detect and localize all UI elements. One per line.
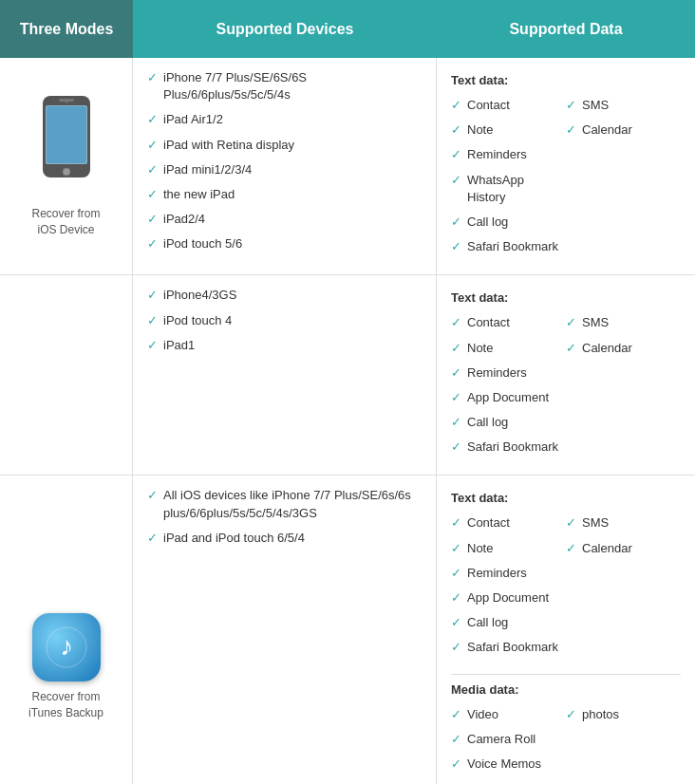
text-data-columns: ✓Contact ✓Note ✓Reminders ✓WhatsApp Hist… <box>451 97 681 263</box>
list-item: ✓Calendar <box>566 340 681 357</box>
header: Three Modes Supported Devices Supported … <box>0 0 695 58</box>
header-supported-devices: Supported Devices <box>133 0 437 58</box>
check-icon: ✓ <box>451 780 461 784</box>
list-item: ✓Contact <box>451 314 566 331</box>
list-item: ✓Call log <box>451 414 566 431</box>
check-icon: ✓ <box>451 121 461 139</box>
check-icon: ✓ <box>566 540 576 557</box>
itunes-media-data-title: Media data: <box>451 682 681 697</box>
itunes-media-col2: ✓photos <box>566 706 681 784</box>
list-item: ✓ iPhone4/3GS <box>147 287 422 304</box>
itunes-text-col2: ✓SMS ✓Calendar <box>566 514 681 663</box>
mode-empty <box>0 275 133 475</box>
svg-rect-2 <box>47 106 86 163</box>
svg-point-3 <box>63 168 70 176</box>
list-item: ✓ iPad and iPod touch 6/5/4 <box>147 530 422 547</box>
list-item: ✓Calendar <box>566 121 681 139</box>
devices-older: ✓ iPhone4/3GS ✓ iPod touch 4 ✓ iPad1 <box>133 275 437 475</box>
list-item: ✓ iPhone 7/7 Plus/SE/6S/6S Plus/6/6plus/… <box>147 69 422 103</box>
list-item: ✓ iPad1 <box>147 337 422 354</box>
check-icon: ✓ <box>147 111 158 128</box>
list-item: ✓Voice Memos <box>451 756 566 773</box>
text-data-col1-2: ✓Contact ✓Note ✓Reminders ✓App Document … <box>451 314 566 463</box>
check-icon: ✓ <box>451 731 461 748</box>
list-item: ✓Reminders <box>451 364 566 382</box>
check-icon: ✓ <box>566 340 576 357</box>
check-icon: ✓ <box>147 235 158 252</box>
check-icon: ✓ <box>147 337 158 354</box>
list-item: ✓App Document <box>451 589 566 607</box>
list-item: ✓App Document <box>451 389 566 406</box>
mode-itunes-label: Recover fromiTunes Backup <box>28 689 103 721</box>
mode-itunes: ♪ Recover fromiTunes Backup <box>0 476 133 784</box>
list-item: ✓SMS <box>566 514 681 532</box>
row-ios-device: Recover fromiOS Device ✓ iPhone 7/7 Plus… <box>0 58 695 275</box>
list-item: ✓ iPod touch 4 <box>147 312 422 329</box>
list-item: ✓Note <box>451 121 566 139</box>
devices-ios: ✓ iPhone 7/7 Plus/SE/6S/6S Plus/6/6plus/… <box>133 58 437 274</box>
text-data-title: Text data: <box>451 73 681 87</box>
itunes-music-note: ♪ <box>46 626 87 668</box>
text-data-columns-2: ✓Contact ✓Note ✓Reminders ✓App Document … <box>451 314 681 463</box>
check-icon: ✓ <box>147 137 158 154</box>
list-item: ✓ iPad with Retina display <box>147 137 422 154</box>
text-data-col2: ✓SMS ✓Calendar <box>566 97 681 263</box>
check-icon: ✓ <box>147 487 158 504</box>
section-divider <box>451 674 681 675</box>
check-icon: ✓ <box>451 389 461 406</box>
check-icon: ✓ <box>451 214 461 231</box>
check-icon: ✓ <box>451 238 461 255</box>
check-icon: ✓ <box>451 439 461 456</box>
list-item: ✓Contact <box>451 514 566 532</box>
check-icon: ✓ <box>451 340 461 357</box>
list-item: ✓Call log <box>451 614 566 631</box>
check-icon: ✓ <box>451 614 461 631</box>
check-icon: ✓ <box>451 514 461 532</box>
check-icon: ✓ <box>147 69 158 86</box>
check-icon: ✓ <box>566 97 576 114</box>
text-data-col1: ✓Contact ✓Note ✓Reminders ✓WhatsApp Hist… <box>451 97 566 263</box>
list-item: ✓Contact <box>451 97 566 114</box>
header-three-modes: Three Modes <box>0 0 133 58</box>
list-item: ✓Camera Roll <box>451 731 566 748</box>
check-icon: ✓ <box>451 146 461 163</box>
itunes-icon: ♪ <box>32 613 101 681</box>
itunes-text-col1: ✓Contact ✓Note ✓Reminders ✓App Document … <box>451 514 566 663</box>
list-item: ✓Note <box>451 540 566 557</box>
check-icon: ✓ <box>451 756 461 773</box>
list-item: ✓Calendar <box>566 540 681 557</box>
check-icon: ✓ <box>451 589 461 607</box>
check-icon: ✓ <box>147 530 158 547</box>
check-icon: ✓ <box>451 706 461 723</box>
data-ios: Text data: ✓Contact ✓Note ✓Reminders ✓Wh… <box>437 58 695 274</box>
check-icon: ✓ <box>451 364 461 382</box>
list-item: ✓Safari Bookmark <box>451 238 566 255</box>
list-item: ✓Reminders <box>451 146 566 163</box>
check-icon: ✓ <box>451 414 461 431</box>
text-data-title-2: Text data: <box>451 290 681 305</box>
list-item: ✓ iPod touch 5/6 <box>147 235 422 252</box>
check-icon: ✓ <box>147 211 158 228</box>
row-itunes: ♪ Recover fromiTunes Backup ✓ All iOS de… <box>0 476 695 784</box>
list-item: ✓Video <box>451 706 566 723</box>
check-icon: ✓ <box>147 287 158 304</box>
check-icon: ✓ <box>451 565 461 582</box>
list-item: ✓Note <box>451 340 566 357</box>
mode-ios-label: Recover fromiOS Device <box>31 206 100 238</box>
svg-text:♪: ♪ <box>60 631 73 661</box>
list-item: ✓WhatsApp History <box>451 172 566 206</box>
list-item: ✓ iPad mini1/2/3/4 <box>147 161 422 178</box>
list-item: ✓ iPad2/4 <box>147 211 422 228</box>
check-icon: ✓ <box>451 172 461 189</box>
row-older-devices: ✓ iPhone4/3GS ✓ iPod touch 4 ✓ iPad1 Tex… <box>0 275 695 476</box>
itunes-text-data-title: Text data: <box>451 491 681 505</box>
mode-ios-device: Recover fromiOS Device <box>0 58 133 274</box>
check-icon: ✓ <box>566 121 576 139</box>
header-supported-data: Supported Data <box>437 0 695 58</box>
check-icon: ✓ <box>147 312 158 329</box>
list-item: ✓ All iOS devices like iPhone 7/7 Plus/S… <box>147 487 422 521</box>
itunes-text-data-columns: ✓Contact ✓Note ✓Reminders ✓App Document … <box>451 514 681 663</box>
list-item: ✓Reminders <box>451 565 566 582</box>
iphone-icon <box>33 94 100 198</box>
list-item: ✓Call log <box>451 214 566 231</box>
